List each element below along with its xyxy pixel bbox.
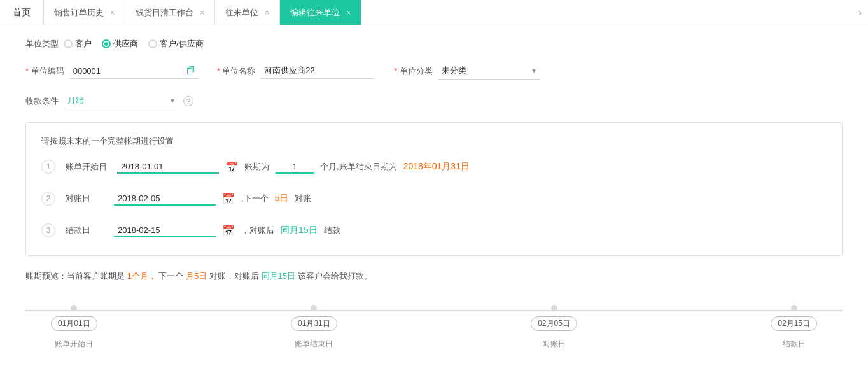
unit-class-dropdown[interactable]: 未分类 ▾	[438, 62, 540, 80]
payment-terms-group: 收款条件 月结 ▾ ?	[25, 92, 193, 109]
unit-type-label: 单位类型	[25, 38, 59, 50]
timeline-badge-3: 02月15日	[771, 316, 817, 331]
timeline-sub-3: 结款日	[783, 339, 806, 349]
preview-text3: 对账，对账后	[209, 271, 259, 281]
step-1-suffix: 个月,账单结束日期为	[320, 161, 397, 172]
step-1-row: 1 账单开始日 📅 账期为 个月,账单结束日期为 2018年01月31日	[41, 160, 827, 174]
timeline-point-0: 01月01日 账单开始日	[51, 305, 97, 349]
timeline-section: 01月01日 账单开始日 01月31日 账单结束日 02月05日 对账日 02月…	[25, 299, 843, 369]
period-settings-panel: 请按照未来的一个完整帐期进行设置 1 账单开始日 📅 账期为 个月,账单结束日期…	[25, 122, 843, 256]
radio-both[interactable]: 客户/供应商	[148, 38, 204, 50]
step-3-row: 3 结款日 📅 ，对账后 同月15日 结款	[41, 223, 827, 237]
unit-name-input[interactable]	[260, 64, 375, 79]
tab-partner-unit[interactable]: 往来单位 ×	[215, 0, 280, 25]
preview-label: 账期预览：当前客户账期是	[25, 271, 125, 281]
step-3-content: 📅 ，对账后 同月15日 结款	[114, 224, 340, 237]
unit-info-row: 单位编码 🗍 单位名称 单位分类 未分类 ▾	[25, 62, 843, 80]
tab-sales-history[interactable]: 销售订单历史 ×	[44, 0, 125, 25]
close-partner-unit[interactable]: ×	[265, 8, 269, 17]
preview-h2: 月5日	[186, 271, 207, 281]
step-2-highlight: 5日	[275, 193, 289, 204]
step-3-num: 3	[41, 223, 55, 237]
payment-terms-arrow-icon: ▾	[171, 96, 174, 105]
radio-supplier-circle	[102, 39, 111, 48]
radio-supplier[interactable]: 供应商	[102, 38, 138, 50]
preview-text2: 下一个	[158, 271, 183, 281]
timeline-dot-3	[791, 305, 797, 311]
tab-bar: 首页 销售订单历史 × 钱货日清工作台 × 往来单位 × 编辑往来单位 × ›	[0, 0, 868, 25]
step-3-calendar-icon[interactable]: 📅	[222, 225, 235, 237]
step-2-calendar-icon[interactable]: 📅	[222, 193, 235, 205]
step-3-suffix: 结款	[324, 225, 340, 236]
payment-terms-value: 月结	[67, 95, 168, 106]
step-1-middle-text: 账期为	[244, 161, 269, 172]
step-2-row: 2 对账日 📅 ,下一个 5日 对账	[41, 192, 827, 206]
radio-group-unit-type: 客户 供应商 客户/供应商	[64, 38, 204, 50]
unit-name-label: 单位名称	[217, 66, 256, 77]
timeline-badge-1: 01月31日	[291, 316, 337, 331]
step-3-prefix: ，对账后	[241, 225, 274, 236]
step-2-num: 2	[41, 192, 55, 206]
timeline-point-3: 02月15日 结款日	[771, 305, 817, 349]
radio-both-circle	[148, 39, 157, 48]
timeline-sub-1: 账单结束日	[295, 339, 333, 349]
close-edit-partner[interactable]: ×	[346, 8, 351, 17]
step-1-content: 📅 账期为 个月,账单结束日期为 2018年01月31日	[117, 160, 470, 174]
preview-h3: 同月15日	[262, 271, 295, 281]
step-2-suffix: 对账	[295, 193, 311, 204]
payment-terms-row: 收款条件 月结 ▾ ?	[25, 92, 843, 109]
step-1-month-input[interactable]	[276, 160, 314, 174]
radio-customer[interactable]: 客户	[64, 38, 92, 50]
step-3-highlight: 同月15日	[281, 225, 318, 236]
tab-edit-partner[interactable]: 编辑往来单位 ×	[280, 0, 361, 25]
unit-code-group: 单位编码 🗍	[25, 64, 198, 79]
timeline-badge-2: 02月05日	[531, 316, 577, 331]
step-1-date-input[interactable]	[117, 160, 219, 174]
unit-code-input[interactable]	[69, 64, 184, 78]
timeline-sub-2: 对账日	[543, 339, 566, 349]
preview-section: 账期预览：当前客户账期是 1个月， 下一个 月5日 对账，对账后 同月15日 该…	[25, 269, 843, 283]
unit-name-group: 单位名称	[217, 64, 375, 79]
tab-expand-button[interactable]: ›	[852, 0, 868, 25]
unit-class-group: 单位分类 未分类 ▾	[394, 62, 540, 80]
unit-class-value: 未分类	[442, 65, 529, 76]
timeline-point-2: 02月05日 对账日	[531, 305, 577, 349]
step-2-label: 对账日	[66, 193, 104, 204]
preview-h1: 1个月，	[127, 271, 157, 281]
step-1-calendar-icon[interactable]: 📅	[225, 161, 238, 173]
tab-home[interactable]: 首页	[0, 0, 44, 25]
main-content: 单位类型 客户 供应商 客户/供应商 单位编码	[0, 25, 868, 387]
preview-text4: 该客户会给我打款。	[298, 271, 372, 281]
close-cash-daily[interactable]: ×	[200, 8, 204, 17]
step-1-highlight: 2018年01月31日	[403, 161, 470, 172]
tab-cash-daily[interactable]: 钱货日清工作台 ×	[125, 0, 215, 25]
timeline-points: 01月01日 账单开始日 01月31日 账单结束日 02月05日 对账日 02月…	[51, 305, 817, 349]
payment-terms-label: 收款条件	[25, 95, 59, 107]
timeline-dot-0	[71, 305, 77, 311]
unit-class-arrow-icon: ▾	[532, 66, 536, 75]
panel-title: 请按照未来的一个完整帐期进行设置	[41, 136, 827, 147]
step-2-prefix: ,下一个	[241, 193, 269, 204]
unit-type-group: 单位类型 客户 供应商 客户/供应商	[25, 38, 204, 50]
unit-code-label: 单位编码	[25, 66, 64, 77]
timeline-sub-0: 账单开始日	[55, 339, 93, 349]
step-3-date-input[interactable]	[114, 224, 216, 237]
step-1-label: 账单开始日	[66, 161, 107, 172]
close-sales-history[interactable]: ×	[110, 8, 115, 17]
timeline-point-1: 01月31日 账单结束日	[291, 305, 337, 349]
step-2-date-input[interactable]	[114, 192, 216, 206]
timeline-badge-0: 01月01日	[51, 316, 97, 331]
unit-type-row: 单位类型 客户 供应商 客户/供应商	[25, 38, 843, 50]
unit-class-label: 单位分类	[394, 66, 433, 77]
timeline-dot-1	[311, 305, 317, 311]
radio-customer-circle	[64, 39, 73, 48]
payment-terms-dropdown[interactable]: 月结 ▾	[64, 92, 178, 109]
timeline-dot-2	[551, 305, 557, 311]
step-3-label: 结款日	[66, 225, 104, 236]
payment-terms-help-icon[interactable]: ?	[183, 96, 193, 106]
step-1-num: 1	[41, 160, 55, 174]
unit-code-input-wrapper: 🗍	[69, 64, 198, 79]
step-2-content: 📅 ,下一个 5日 对账	[114, 192, 311, 206]
unit-code-copy-icon[interactable]: 🗍	[184, 66, 198, 76]
